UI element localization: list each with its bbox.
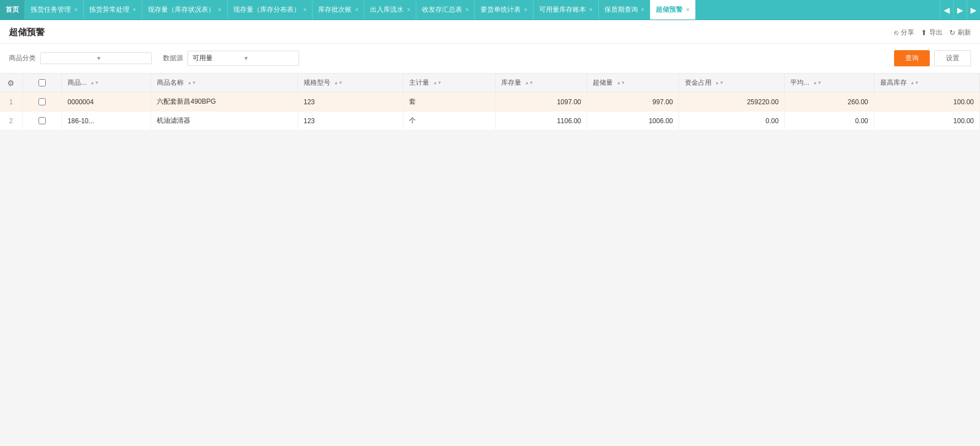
- close-icon[interactable]: ×: [218, 7, 222, 13]
- sort-icon: ▲▼: [188, 80, 196, 85]
- sort-icon: ▲▼: [910, 80, 919, 85]
- data-source-select[interactable]: 可用量 ▼: [188, 51, 299, 66]
- col-max-stock[interactable]: 最高库存 ▲▼: [874, 74, 979, 93]
- share-button[interactable]: ⎋ 分享: [894, 28, 914, 37]
- close-icon[interactable]: ×: [407, 7, 410, 13]
- nav-home[interactable]: 首页: [0, 0, 25, 20]
- row-stock-qty: 1106.00: [495, 112, 587, 130]
- page-header: 超储预警 ⎋ 分享 ⬆ 导出 ↻ 刷新: [0, 20, 980, 43]
- row-index: 2: [0, 112, 22, 130]
- sort-icon: ▲▼: [334, 80, 343, 85]
- close-icon[interactable]: ×: [524, 7, 527, 13]
- table-header-row: ⚙ 商品... ▲▼ 商品名称 ▲▼: [0, 74, 980, 93]
- nav-stock-batch[interactable]: 库存批次账 ×: [313, 0, 364, 20]
- col-capital-occ[interactable]: 资金占用 ▲▼: [679, 74, 784, 93]
- row-spec-type: 123: [297, 93, 403, 112]
- row-index: 1: [0, 93, 22, 112]
- close-icon[interactable]: ×: [133, 7, 136, 13]
- close-icon[interactable]: ×: [355, 7, 358, 13]
- data-source-value: 可用量: [193, 54, 243, 63]
- export-icon: ⬆: [921, 28, 927, 37]
- nav-expand-arrow[interactable]: ▶: [967, 0, 980, 20]
- row-max-stock: 100.00: [874, 93, 979, 112]
- row-capital-occ: 259220.00: [679, 93, 784, 112]
- close-icon[interactable]: ×: [304, 7, 307, 13]
- nav-available-stock[interactable]: 可用量库存账本 ×: [534, 0, 599, 20]
- col-avg-price[interactable]: 平均... ▲▼: [785, 74, 874, 93]
- col-goods-code[interactable]: 商品... ▲▼: [62, 74, 151, 93]
- table-container: ⚙ 商品... ▲▼ 商品名称 ▲▼: [0, 73, 980, 130]
- sort-icon: ▲▼: [813, 80, 822, 85]
- row-avg-price: 0.00: [785, 112, 874, 130]
- chevron-down-icon: ▼: [96, 55, 147, 61]
- nav-overstock[interactable]: 超储预警 ×: [650, 0, 695, 20]
- col-unit[interactable]: 主计量 ▲▼: [403, 74, 495, 93]
- row-checkbox[interactable]: [39, 98, 46, 105]
- page-container: 超储预警 ⎋ 分享 ⬆ 导出 ↻ 刷新 商品分类 ▼ 数据源: [0, 20, 980, 130]
- row-spec-type: 123: [297, 112, 403, 130]
- data-source-filter: 数据源 可用量 ▼: [163, 51, 299, 66]
- table-body: 1 0000004 六配套新昌490BPG 123 套 1097.00 997.…: [0, 93, 980, 130]
- col-overstock-qty[interactable]: 超储量 ▲▼: [587, 74, 679, 93]
- row-max-stock: 100.00: [874, 112, 979, 130]
- select-all-checkbox[interactable]: [39, 79, 46, 86]
- sort-icon: ▲▼: [617, 80, 626, 85]
- row-unit: 个: [403, 112, 495, 130]
- refresh-button[interactable]: ↻ 刷新: [949, 28, 971, 37]
- row-goods-code: 0000004: [62, 93, 151, 112]
- sort-icon: ▲▼: [525, 80, 534, 85]
- nav-inout-flow[interactable]: 出入库流水 ×: [364, 0, 416, 20]
- close-icon[interactable]: ×: [465, 7, 469, 13]
- nav-right-arrow[interactable]: ▶: [953, 0, 967, 20]
- filter-row: 商品分类 ▼ 数据源 可用量 ▼ 查询 设置: [0, 43, 980, 73]
- header-actions: ⎋ 分享 ⬆ 导出 ↻ 刷新: [894, 28, 971, 37]
- nav-order-stat[interactable]: 要货单统计表 ×: [475, 0, 534, 20]
- row-goods-code: 186-10...: [62, 112, 151, 130]
- row-goods-name: 六配套新昌490BPG: [151, 93, 297, 112]
- nav-left-arrow[interactable]: ◀: [940, 0, 953, 20]
- row-unit: 套: [403, 93, 495, 112]
- row-checkbox[interactable]: [39, 117, 46, 124]
- row-checkbox-cell: [22, 112, 62, 130]
- page-title: 超储预警: [9, 27, 45, 38]
- share-icon: ⎋: [894, 28, 899, 37]
- row-goods-name: 机油滤清器: [151, 112, 297, 130]
- sort-icon: ▲▼: [715, 80, 724, 85]
- nav-stock-status[interactable]: 现存量（库存状况表） ×: [142, 0, 228, 20]
- nav-recv-send[interactable]: 收发存汇总表 ×: [416, 0, 475, 20]
- close-icon[interactable]: ×: [686, 7, 689, 13]
- export-button[interactable]: ⬆ 导出: [921, 28, 943, 37]
- goods-category-filter: 商品分类 ▼: [9, 52, 152, 64]
- col-settings[interactable]: ⚙: [0, 74, 22, 93]
- gear-icon[interactable]: ⚙: [7, 79, 15, 88]
- settings-button[interactable]: 设置: [934, 50, 971, 66]
- close-icon[interactable]: ×: [74, 7, 78, 13]
- row-stock-qty: 1097.00: [495, 93, 587, 112]
- goods-category-label: 商品分类: [9, 54, 36, 63]
- nav-stock-dist[interactable]: 现存量（库存分布表） ×: [228, 0, 313, 20]
- col-stock-qty[interactable]: 库存量 ▲▼: [495, 74, 587, 93]
- table-row: 1 0000004 六配套新昌490BPG 123 套 1097.00 997.…: [0, 93, 980, 112]
- data-table: ⚙ 商品... ▲▼ 商品名称 ▲▼: [0, 73, 980, 130]
- row-avg-price: 260.00: [785, 93, 874, 112]
- close-icon[interactable]: ×: [589, 7, 593, 13]
- nav-pick-exception[interactable]: 拣货异常处理 ×: [84, 0, 142, 20]
- goods-category-select[interactable]: ▼: [40, 52, 152, 64]
- row-overstock-qty: 997.00: [587, 93, 679, 112]
- close-icon[interactable]: ×: [641, 7, 645, 13]
- row-checkbox-cell: [22, 93, 62, 112]
- data-source-label: 数据源: [163, 54, 183, 63]
- col-spec-type[interactable]: 规格型号 ▲▼: [297, 74, 403, 93]
- nav-pick-task[interactable]: 拣货任务管理 ×: [25, 0, 84, 20]
- query-button[interactable]: 查询: [894, 50, 930, 66]
- row-capital-occ: 0.00: [679, 112, 784, 130]
- refresh-icon: ↻: [949, 28, 955, 37]
- filter-buttons: 查询 设置: [894, 50, 971, 66]
- col-checkbox: [22, 74, 62, 93]
- top-navigation: 首页 拣货任务管理 × 拣货异常处理 × 现存量（库存状况表） × 现存量（库存…: [0, 0, 980, 20]
- sort-icon: ▲▼: [90, 80, 99, 85]
- nav-shelf-life[interactable]: 保质期查询 ×: [599, 0, 651, 20]
- col-goods-name[interactable]: 商品名称 ▲▼: [151, 74, 297, 93]
- chevron-down-icon: ▼: [243, 55, 294, 61]
- sort-icon: ▲▼: [433, 80, 442, 85]
